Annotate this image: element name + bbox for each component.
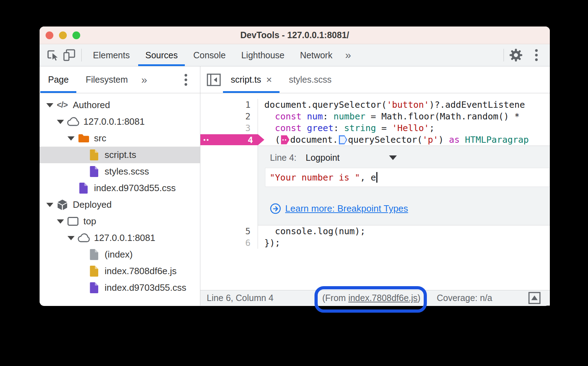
more-panels-button[interactable]: » — [340, 49, 356, 61]
tree-item-127-0-0-1-8081[interactable]: 127.0.0.1:8081 — [40, 113, 200, 130]
line-number-gutter[interactable]: 6 — [200, 237, 258, 249]
code-token: = Math.floor(Math.random() * — [365, 111, 525, 122]
window-title: DevTools - 127.0.0.1:8081/ — [240, 30, 349, 40]
tree-item-label: (index) — [105, 249, 133, 260]
code-token: : — [323, 111, 334, 122]
expand-arrow-icon[interactable] — [45, 203, 55, 207]
device-toolbar-button[interactable] — [61, 47, 78, 64]
tree-item-authored[interactable]: </>Authored — [40, 97, 200, 113]
tree-item-styles-scss[interactable]: styles.scss — [40, 163, 200, 180]
hide-navigator-button[interactable] — [205, 71, 222, 88]
inline-breakpoint-marker[interactable] — [339, 135, 347, 144]
sidebar-tab-page[interactable]: Page — [40, 66, 77, 93]
tree-item-index-7808df6e-js[interactable]: index.7808df6e.js — [40, 263, 200, 279]
code-editor: 1document.querySelector('button')?.addEv… — [200, 93, 550, 290]
tab-elements[interactable]: Elements — [85, 44, 137, 66]
panel-tabs: ElementsSourcesConsoleLighthouseNetwork — [85, 44, 340, 66]
tree-item-label: index.d9703d55.css — [94, 183, 176, 194]
code-token: ( — [264, 135, 280, 145]
line-number-gutter[interactable]: 1 — [200, 99, 258, 111]
line-number-gutter[interactable]: 4 — [200, 134, 258, 146]
code-line-content[interactable]: document.querySelector('button')?.addEve… — [258, 99, 525, 111]
file-purple-icon — [87, 165, 101, 179]
expand-arrow-icon[interactable] — [45, 103, 55, 107]
breakpoint-types-link[interactable]: Learn more: Breakpoint Types — [270, 203, 550, 214]
tree-item-index[interactable]: (index) — [40, 246, 200, 263]
tree-item-label: index.d9703d55.css — [105, 282, 186, 293]
file-tab-script-ts[interactable]: script.ts× — [222, 66, 280, 93]
code-icon: </> — [55, 98, 69, 112]
editor-tab-bar: script.ts×styles.scss — [200, 66, 550, 93]
tree-item-index-d9703d55-css[interactable]: index.d9703d55.css — [40, 279, 200, 296]
tree-item-src[interactable]: src — [40, 130, 200, 147]
code-token: greet — [307, 123, 333, 133]
code-line-content[interactable]: const num: number = Math.floor(Math.rand… — [258, 111, 525, 122]
sidebar-menu-button[interactable] — [177, 71, 194, 88]
code-token: string — [344, 123, 376, 133]
code-line-content[interactable]: (document.querySelector('p') as HTMLPara… — [258, 134, 529, 146]
zoom-window-button[interactable] — [72, 31, 80, 39]
reveal-issues-button[interactable] — [526, 290, 543, 307]
triangle-box-icon — [528, 291, 541, 305]
code-token: num — [307, 111, 323, 122]
code-token: number — [334, 111, 365, 122]
sidebar-more-tabs-button[interactable]: » — [136, 74, 152, 86]
tree-item-label: script.ts — [105, 149, 136, 160]
main-menu-button[interactable] — [528, 47, 545, 64]
logpoint-expression-input[interactable]: "Your number is ", e — [265, 168, 550, 187]
code-line-4: 4 (document.querySelector('p') as HTMLPa… — [200, 134, 550, 146]
minimize-window-button[interactable] — [59, 31, 67, 39]
code-token: "Your number is " — [270, 172, 360, 183]
tree-item-script-ts[interactable]: script.ts — [40, 147, 200, 163]
line-number: 4 — [248, 135, 253, 145]
expand-arrow-icon[interactable] — [55, 219, 66, 224]
tree-item-deployed[interactable]: Deployed — [40, 196, 200, 213]
file-purple-icon — [76, 181, 90, 195]
file-tab-styles-scss[interactable]: styles.scss — [280, 66, 340, 93]
code-token: 'Hello' — [392, 123, 429, 133]
code-token: = — [376, 123, 392, 133]
expand-arrow-icon[interactable] — [55, 120, 66, 124]
breakpoint-type-select[interactable]: Logpoint — [306, 153, 340, 163]
inspect-element-button[interactable] — [44, 47, 61, 64]
learn-more-label: Learn more: Breakpoint Types — [285, 203, 408, 214]
code-token: 'p' — [422, 135, 438, 145]
main-split: PageFilesystem » </>Authored127.0.0.1:80… — [40, 66, 550, 306]
line-number-gutter[interactable]: 5 — [200, 225, 258, 237]
settings-button[interactable] — [507, 47, 524, 64]
tree-item-index-d9703d55-css[interactable]: index.d9703d55.css — [40, 180, 200, 196]
tab-console[interactable]: Console — [186, 44, 234, 66]
code-line-content[interactable]: console.log(num); — [258, 225, 365, 237]
code-token: )?.addEventListene — [429, 100, 525, 110]
code-token — [301, 111, 307, 122]
gutter-spacer — [200, 146, 258, 225]
code-token: , e — [360, 172, 376, 183]
code-token: document.querySelector( — [264, 100, 387, 110]
line-number-gutter[interactable]: 2 — [200, 111, 258, 122]
close-tab-icon[interactable]: × — [266, 75, 272, 85]
expand-arrow-icon[interactable] — [66, 236, 76, 240]
expand-arrow-icon[interactable] — [66, 136, 76, 141]
close-window-button[interactable] — [46, 31, 53, 39]
tab-lighthouse[interactable]: Lighthouse — [234, 44, 292, 66]
tree-item-top[interactable]: top — [40, 213, 200, 230]
gear-icon — [509, 48, 523, 62]
breakpoint-edit-pane: Line 4: Logpoint "Your number is ", e — [258, 146, 550, 225]
logpoint-line-label: Line 4: — [270, 153, 296, 163]
file-yellow-icon — [87, 264, 101, 278]
chevron-down-icon[interactable] — [389, 155, 397, 160]
code-token: querySelector( — [348, 135, 423, 145]
line-number-gutter[interactable]: 3 — [200, 122, 258, 134]
source-map-file-link[interactable]: index.7808df6e.js — [348, 293, 418, 303]
cube-icon — [55, 198, 69, 212]
tab-sources[interactable]: Sources — [137, 44, 186, 66]
tab-network[interactable]: Network — [292, 44, 340, 66]
code-line-content[interactable]: }); — [258, 237, 280, 249]
code-line-content[interactable]: const greet: string = 'Hello'; — [258, 122, 435, 134]
inline-logpoint-marker[interactable] — [281, 135, 289, 144]
sidebar-tab-filesystem[interactable]: Filesystem — [77, 66, 136, 93]
logpoint-expression-text: "Your number is ", e — [270, 172, 376, 183]
logpoint-badge[interactable]: 4 — [200, 134, 264, 145]
folder-icon — [76, 131, 90, 146]
tree-item-127-0-0-1-8081[interactable]: 127.0.0.1:8081 — [40, 230, 200, 246]
